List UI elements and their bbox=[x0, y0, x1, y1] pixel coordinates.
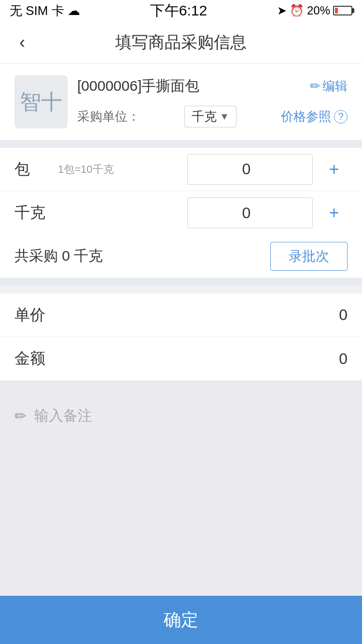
product-image-placeholder: 智十 bbox=[20, 88, 62, 116]
unit-arrow-icon: ▼ bbox=[220, 111, 229, 122]
back-button[interactable]: ‹ bbox=[14, 28, 30, 57]
status-right: ➤ ⏰ 20% bbox=[277, 4, 352, 17]
pack-input[interactable] bbox=[187, 154, 313, 185]
total-text: 共采购 0 千克 bbox=[14, 246, 103, 266]
total-prefix: 共采购 bbox=[14, 248, 58, 264]
pencil-icon: ✏ bbox=[14, 407, 27, 424]
spacer bbox=[0, 451, 362, 596]
edit-label: 编辑 bbox=[322, 78, 348, 95]
remark-placeholder: 输入备注 bbox=[34, 406, 92, 426]
battery-percent: 20% bbox=[307, 4, 330, 17]
total-unit: 千克 bbox=[74, 248, 103, 264]
kg-input[interactable] bbox=[187, 197, 313, 228]
page-title: 填写商品采购信息 bbox=[115, 31, 247, 54]
price-ref-link[interactable]: 价格参照 ? bbox=[281, 108, 348, 125]
pack-sublabel: 1包=10千克 bbox=[58, 162, 187, 177]
location-icon: ➤ bbox=[277, 4, 287, 17]
unit-value: 千克 bbox=[192, 108, 217, 125]
kg-label: 千克 bbox=[14, 202, 53, 224]
nav-bar: ‹ 填写商品采购信息 bbox=[0, 21, 362, 64]
unit-select[interactable]: 千克 ▼ bbox=[184, 106, 237, 127]
input-section: 包 1包=10千克 + 千克 + bbox=[0, 148, 362, 235]
price-ref-label: 价格参照 bbox=[281, 108, 331, 125]
price-value: 0 bbox=[339, 306, 348, 324]
kg-input-row: 千克 + bbox=[0, 191, 362, 235]
divider-2 bbox=[0, 278, 362, 286]
alarm-icon: ⏰ bbox=[290, 4, 304, 17]
pack-input-row: 包 1包=10千克 + bbox=[0, 148, 362, 191]
confirm-button[interactable]: 确定 bbox=[0, 596, 362, 644]
info-section: 单价 0 金额 0 bbox=[0, 294, 362, 380]
total-amount: 0 bbox=[62, 248, 74, 264]
remark-section[interactable]: ✏ 输入备注 bbox=[0, 380, 362, 451]
pack-label: 包 bbox=[14, 159, 53, 180]
sim-status: 无 SIM 卡 ☁ bbox=[10, 2, 80, 19]
status-left: 无 SIM 卡 ☁ bbox=[10, 2, 80, 19]
product-info: [0000006]手撕面包 ✏ 编辑 采购单位： 千克 ▼ 价格参照 ? bbox=[77, 76, 348, 127]
status-time: 下午6:12 bbox=[150, 1, 207, 21]
pack-plus-button[interactable]: + bbox=[320, 156, 348, 183]
amount-label: 金额 bbox=[14, 348, 45, 369]
divider-1 bbox=[0, 140, 362, 148]
product-image: 智十 bbox=[14, 75, 68, 128]
product-name-row: [0000006]手撕面包 ✏ 编辑 bbox=[77, 76, 348, 96]
price-label: 单价 bbox=[14, 305, 45, 326]
amount-value: 0 bbox=[339, 350, 348, 368]
amount-row: 金额 0 bbox=[0, 337, 362, 380]
kg-input-wrapper: + bbox=[187, 197, 348, 228]
status-bar: 无 SIM 卡 ☁ 下午6:12 ➤ ⏰ 20% bbox=[0, 0, 362, 21]
batch-button[interactable]: 录批次 bbox=[270, 242, 348, 271]
unit-label: 采购单位： bbox=[77, 108, 140, 125]
edit-link[interactable]: ✏ 编辑 bbox=[310, 78, 348, 95]
pack-input-wrapper: + bbox=[187, 154, 348, 185]
edit-icon: ✏ bbox=[310, 79, 320, 94]
price-row: 单价 0 bbox=[0, 294, 362, 337]
kg-plus-button[interactable]: + bbox=[320, 199, 348, 226]
price-ref-help-icon: ? bbox=[334, 110, 348, 124]
battery-indicator bbox=[333, 6, 352, 15]
total-row: 共采购 0 千克 录批次 bbox=[0, 235, 362, 278]
product-name: [0000006]手撕面包 bbox=[77, 76, 199, 96]
unit-row: 采购单位： 千克 ▼ 价格参照 ? bbox=[77, 106, 348, 127]
product-card: 智十 [0000006]手撕面包 ✏ 编辑 采购单位： 千克 ▼ 价格参照 ? bbox=[0, 64, 362, 140]
